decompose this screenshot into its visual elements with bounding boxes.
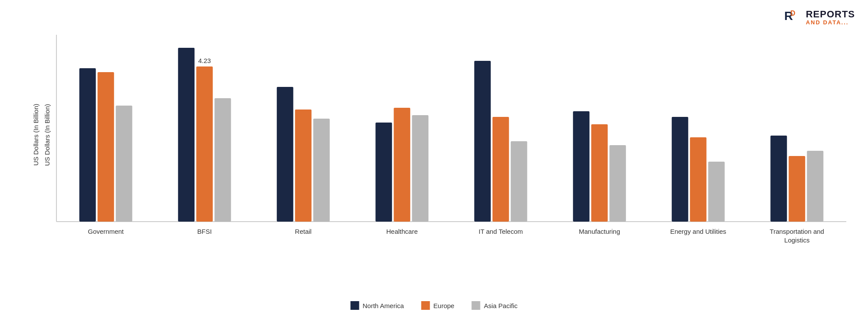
bar-Manufacturing-eu	[591, 124, 608, 222]
bar-IT-and-Telecom-na	[474, 61, 491, 222]
bar-Retail-eu	[295, 110, 312, 222]
bar-BFSI-ap	[214, 98, 231, 222]
legend-label-ap: Asia Pacific	[484, 302, 518, 309]
x-label-7: Transportation and	[770, 228, 824, 235]
legend: North America Europe Asia Pacific	[351, 301, 518, 310]
bar-BFSI-eu	[196, 66, 213, 222]
legend-label-na: North America	[363, 302, 404, 309]
bar-Manufacturing-na	[573, 111, 589, 222]
logo-reports-text: REPORTS	[806, 9, 855, 20]
bar-Healthcare-na	[375, 123, 392, 222]
x-label-6: Energy and Utilities	[670, 228, 726, 235]
legend-item-na: North America	[351, 301, 404, 310]
y-axis-label-svg: US Dollars (In Billion)	[32, 104, 39, 166]
bar-Government-eu	[98, 72, 114, 222]
bar-BFSI-na	[178, 48, 194, 222]
bar-Manufacturing-ap	[609, 145, 626, 222]
bar-Energy-and-Utilities-eu	[690, 137, 707, 222]
bar-Healthcare-ap	[412, 115, 428, 222]
bar-Energy-and-Utilities-na	[672, 117, 688, 222]
legend-label-eu: Europe	[434, 302, 454, 309]
logo-anddata-text: AND DATA...	[806, 20, 855, 26]
bar-Government-ap	[116, 106, 132, 222]
x-label-1: BFSI	[197, 228, 212, 235]
x-label-2: Retail	[295, 228, 312, 235]
svg-text:D: D	[790, 10, 796, 17]
legend-item-ap: Asia Pacific	[472, 301, 518, 310]
x-label2-7: Logistics	[784, 236, 809, 244]
x-label-4: IT and Telecom	[479, 228, 523, 235]
x-label-3: Healthcare	[386, 228, 418, 235]
legend-swatch-eu	[421, 301, 430, 310]
logo-area: R D REPORTS AND DATA...	[783, 8, 855, 27]
bar-Transportation-and-eu	[789, 156, 805, 222]
bar-Transportation-and-ap	[807, 151, 823, 222]
bar-Energy-and-Utilities-ap	[708, 162, 725, 222]
logo-text: REPORTS AND DATA...	[806, 9, 855, 26]
legend-swatch-na	[351, 301, 359, 310]
logo-icon: R D	[783, 8, 802, 27]
bar-IT-and-Telecom-ap	[511, 141, 527, 222]
x-label-0: Government	[88, 228, 124, 235]
x-label-5: Manufacturing	[579, 228, 620, 235]
bar-Transportation-and-na	[770, 136, 787, 222]
bar-Retail-ap	[313, 119, 330, 222]
bar-Healthcare-eu	[394, 108, 410, 222]
bar-value-label-bfsi: 4.23	[198, 57, 211, 64]
legend-item-eu: Europe	[421, 301, 454, 310]
bar-chart-svg: Government4.23BFSIRetailHealthcareIT and…	[30, 30, 855, 256]
bar-Retail-na	[277, 87, 293, 222]
bar-IT-and-Telecom-eu	[493, 117, 509, 222]
chart-container: R D REPORTS AND DATA... US Dollars (In B…	[0, 0, 868, 322]
legend-swatch-ap	[472, 301, 480, 310]
bar-Government-na	[79, 68, 96, 222]
